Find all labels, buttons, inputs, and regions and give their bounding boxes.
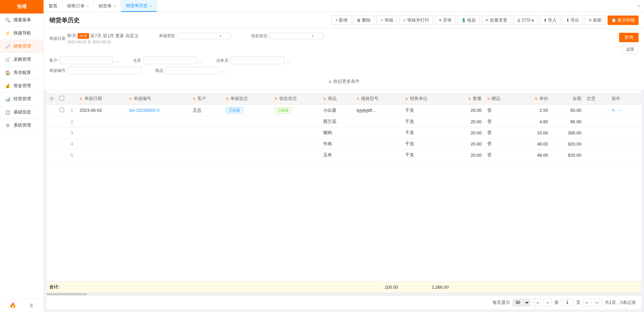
sidebar-item-quick-nav[interactable]: ⚡ 快捷导航 bbox=[0, 27, 44, 40]
tab-sales-delivery-close[interactable]: × bbox=[114, 4, 116, 8]
prev-page-btn[interactable]: ◀ bbox=[543, 298, 552, 307]
checkbox-cell-0[interactable] bbox=[57, 105, 67, 116]
collapse-button[interactable]: ∧ 收起更多条件 bbox=[329, 77, 360, 86]
new-button[interactable]: + 新增 bbox=[332, 16, 351, 25]
warehouse-dots[interactable]: ... bbox=[199, 58, 203, 63]
print-button[interactable]: 🖨 打印 ▾ bbox=[513, 16, 538, 25]
sidebar-item-sales-mgmt[interactable]: 📈 销售管理 bbox=[0, 40, 44, 53]
toolbar: + 新增 🗑 删除 ✓ 审核 ✓ 审核并打印 ✕ 弃审 💲 收款 bbox=[332, 16, 639, 25]
gear-icon[interactable]: ⚙ bbox=[50, 96, 54, 101]
last-page-btn[interactable]: ▶| bbox=[594, 298, 602, 307]
delete-button[interactable]: 🗑 删除 bbox=[353, 16, 374, 25]
salesperson-input[interactable] bbox=[230, 57, 284, 64]
sidebar-item-search-menu[interactable]: 🔍 搜索菜单 bbox=[0, 14, 44, 27]
doc-date-column-header[interactable]: ⇅ 单据日期 bbox=[77, 93, 126, 105]
sidebar-item-inventory[interactable]: 🏠 库存核算 bbox=[0, 66, 44, 79]
customer-dots[interactable]: ... bbox=[115, 58, 119, 63]
new-icon: + bbox=[335, 18, 338, 23]
tab-sales-delivery[interactable]: 销货单 × bbox=[94, 0, 121, 12]
doc-status-column-header[interactable]: ⇅ 单据状态 bbox=[223, 93, 272, 105]
more-action-0[interactable]: ⋯ bbox=[618, 108, 622, 113]
sales-unit-column-header[interactable]: ⇅ 销售单位 bbox=[402, 93, 451, 105]
page-size-select[interactable]: 50 100 200 bbox=[513, 299, 530, 306]
settings-button[interactable]: 设置 bbox=[622, 45, 639, 54]
doc-num-input[interactable] bbox=[67, 67, 142, 74]
batch-change-button[interactable]: ✏ 批量变更 bbox=[482, 16, 511, 25]
horizontal-scrollbar[interactable] bbox=[47, 293, 641, 295]
gear-column-header[interactable]: ⚙ bbox=[47, 93, 57, 105]
date-yesterday[interactable]: 昨天 bbox=[67, 33, 76, 39]
doc-num-sort-icon: ⇅ bbox=[129, 97, 132, 101]
show-detail-button[interactable]: 📋 显示明细 bbox=[608, 16, 639, 25]
transaction-cell-0 bbox=[584, 105, 609, 116]
tab-home[interactable]: 首页 bbox=[44, 0, 62, 12]
doc-status-col-label: 单据状态 bbox=[230, 96, 248, 101]
spec-column-header[interactable]: ⇅ 规格型号 bbox=[354, 93, 402, 105]
checkbox-cell-2[interactable] bbox=[57, 127, 67, 138]
abandon-button[interactable]: ✕ 弃审 bbox=[435, 16, 455, 25]
total-records: 共1页，5条记录 bbox=[605, 300, 636, 306]
edit-action-0[interactable]: ✎ bbox=[612, 108, 615, 113]
refresh-button[interactable]: ↻ 刷新 bbox=[585, 16, 606, 25]
table-area[interactable]: ⚙ ⇅ 单据日期 ⇅ 单据编 bbox=[47, 93, 641, 281]
qty-cell-4: 20.00 bbox=[451, 150, 484, 161]
doc-num-cell-0[interactable]: SA-20230602-0 bbox=[126, 105, 190, 116]
current-page-input[interactable] bbox=[561, 299, 573, 306]
warehouse-input[interactable] bbox=[143, 57, 197, 64]
collect-status-column-header[interactable]: ⇅ 收款状态 bbox=[272, 93, 320, 105]
checkbox-cell-4[interactable] bbox=[57, 150, 67, 161]
customer-input[interactable] bbox=[59, 57, 113, 64]
refresh-label: 刷新 bbox=[593, 17, 602, 23]
checkbox-column-header[interactable] bbox=[57, 93, 67, 105]
collapse-arrow-icon: ∧ bbox=[329, 79, 332, 84]
collect-button[interactable]: 💲 收款 bbox=[457, 16, 480, 25]
sidebar-item-finance[interactable]: 💰 资金管理 bbox=[0, 79, 44, 93]
date-today[interactable]: 今天 bbox=[78, 33, 89, 39]
audit-button[interactable]: ✓ 审核 bbox=[376, 16, 397, 25]
doc-type-select[interactable]: ▾ bbox=[177, 33, 231, 39]
tab-sales-order-close[interactable]: × bbox=[87, 4, 89, 8]
tab-sales-history-close[interactable]: × bbox=[150, 4, 152, 8]
amount-column-header: 金额 bbox=[551, 93, 584, 105]
date-7days[interactable]: 近7天 bbox=[90, 33, 102, 39]
next-page-btn[interactable]: ▶ bbox=[583, 298, 591, 307]
tabs-bar-close-btn[interactable]: × bbox=[633, 3, 644, 8]
spec-cell-1 bbox=[354, 116, 402, 127]
finance-icon: 💰 bbox=[5, 83, 11, 88]
sidebar-item-system[interactable]: ⚙ 系统管理 bbox=[0, 119, 44, 132]
filter-row-1: 单据日期 昨天 今天 近7天 近1月 更多 自定义 2023-06-02 至 2… bbox=[49, 33, 639, 54]
import-button[interactable]: ⬆ 导入 bbox=[540, 16, 560, 25]
query-button[interactable]: 查询 bbox=[619, 33, 639, 42]
action-cell-1 bbox=[609, 116, 641, 127]
goods-input[interactable] bbox=[165, 67, 219, 74]
audit-print-button[interactable]: ✓ 审核并打印 bbox=[399, 16, 433, 25]
tab-sales-order[interactable]: 销售订单 × bbox=[62, 0, 94, 12]
amount-cell-3: 920.00 bbox=[551, 138, 584, 150]
collect-status-select[interactable]: ▾ bbox=[270, 33, 324, 39]
tabs-bar: 首页 销售订单 × 销货单 × 销货单历史 × × bbox=[44, 0, 644, 12]
unit-price-column-header[interactable]: ⇅ 单价 bbox=[517, 93, 551, 105]
doc-num-column-header[interactable]: ⇅ 单据编号 bbox=[126, 93, 190, 105]
customer-column-header[interactable]: ⇅ 客户 bbox=[190, 93, 223, 105]
first-page-btn[interactable]: |◀ bbox=[533, 298, 541, 307]
salesperson-dots[interactable]: ... bbox=[286, 58, 290, 63]
pause-icon[interactable]: ⏸ bbox=[29, 303, 34, 309]
scrollbar-thumb[interactable] bbox=[47, 293, 87, 295]
fire-icon[interactable]: 🔥 bbox=[9, 302, 16, 309]
select-all-checkbox[interactable] bbox=[60, 96, 64, 100]
sidebar-item-basic-info[interactable]: 📋 基础信息 bbox=[0, 106, 44, 119]
goods-column-header[interactable]: ⇅ 商品 bbox=[320, 93, 354, 105]
gift-column-header[interactable]: ⇅ 赠品 bbox=[484, 93, 517, 105]
date-custom[interactable]: 自定义 bbox=[125, 33, 139, 39]
tab-sales-history[interactable]: 销货单历史 × bbox=[121, 0, 157, 12]
date-more[interactable]: 更多 bbox=[115, 33, 124, 39]
export-button[interactable]: ⬇ 导出 bbox=[562, 16, 583, 25]
sidebar-item-ops[interactable]: 📊 经营管理 bbox=[0, 93, 44, 106]
row-checkbox-0[interactable] bbox=[60, 108, 64, 112]
goods-dots[interactable]: ... bbox=[221, 68, 225, 73]
qty-column-header[interactable]: ⇅ 数量 bbox=[451, 93, 484, 105]
sidebar-item-purchase-mgmt[interactable]: 🛒 采购管理 bbox=[0, 53, 44, 66]
date-1month[interactable]: 近1月 bbox=[103, 33, 114, 39]
checkbox-cell-3[interactable] bbox=[57, 138, 67, 150]
checkbox-cell-1[interactable] bbox=[57, 116, 67, 127]
